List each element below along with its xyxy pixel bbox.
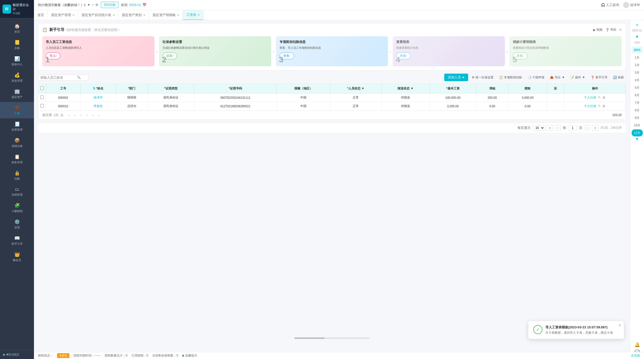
year-2023[interactable]: 2023 <box>632 46 643 54</box>
social-insurance-btn[interactable]: ⚙ 统一社保设置 <box>470 74 496 81</box>
sidebar-item-vip[interactable]: 👑 畅会员 <box>0 249 34 265</box>
special-deduction-btn[interactable]: 📋 专项附加扣除 <box>497 74 524 81</box>
close-tab-category-icon[interactable]: × <box>143 13 145 17</box>
row-2-delete-icon[interactable]: 🗑 <box>602 104 606 108</box>
row-2-checkbox[interactable] <box>40 104 44 108</box>
panel-icon-1[interactable]: 🔔 <box>634 342 640 347</box>
per-page-select[interactable]: 10 20 50 <box>533 125 545 131</box>
tab-fixed-assets[interactable]: 固定资产管理 × <box>48 10 78 20</box>
sidebar-item-closing[interactable]: 🔒 结账 <box>0 167 34 184</box>
tab-detail[interactable]: 固定资产明细账 × <box>149 10 183 20</box>
sidebar-item-settings[interactable]: ⚙️ 设置 <box>0 216 34 232</box>
guide-step-5-title: 税款计算明细表 <box>513 40 618 44</box>
account-dropdown-icon[interactable]: ▼ <box>87 3 90 7</box>
row-1-edit-icon[interactable]: ✎ <box>598 96 601 99</box>
month-3[interactable]: 3月 <box>632 69 643 76</box>
sidebar-item-archive[interactable]: 🗂 归档管理 <box>0 184 34 200</box>
refresh-btn[interactable]: 🔄 刷新 <box>611 74 626 81</box>
close-tab-salary-icon[interactable]: × <box>198 13 200 17</box>
close-tab-depreciation-icon[interactable]: × <box>113 13 115 17</box>
month-12-prev[interactable]: 12月 <box>632 39 643 46</box>
sidebar-item-salary[interactable]: 💼 工资 <box>0 102 34 118</box>
page-number-input[interactable] <box>568 125 577 130</box>
report-filter-icon[interactable]: ▼ <box>411 87 414 90</box>
cancel-fixed-btn[interactable]: ◀ ◀取消固定 <box>3 353 31 356</box>
sidebar-item-sales[interactable]: 📦 进销台账 <box>0 135 34 151</box>
header-settings-icon[interactable]: ⚙ <box>95 3 98 7</box>
first-page-btn[interactable]: « <box>547 125 553 131</box>
panel-down-arrow[interactable]: ▼ <box>635 136 640 142</box>
sidebar-item-tax[interactable]: 📋 税务管理 <box>0 151 34 167</box>
row-1-name-link[interactable]: 徐泽华 <box>94 96 103 99</box>
horizontal-scrollbar[interactable] <box>294 337 370 339</box>
row-2-name-link[interactable]: 李俊杰 <box>94 104 103 108</box>
guide-close-btn[interactable]: × <box>619 28 622 32</box>
search-input[interactable] <box>40 76 75 79</box>
sidebar-item-reports[interactable]: 📊 报表中心 <box>0 53 34 69</box>
toast-close-btn[interactable]: × <box>619 323 621 328</box>
guide-video-btn[interactable]: ▶ 视频 <box>593 28 602 32</box>
sidebar-item-home[interactable]: 🏠 首页 <box>0 20 34 37</box>
row-2-edit-icon[interactable]: ✎ <box>598 104 601 108</box>
tax-filing-btn[interactable]: 📑 个税申报 <box>526 74 546 81</box>
month-10[interactable]: 10月 <box>632 122 643 129</box>
export-btn[interactable]: 📤 导出 ▼ <box>548 74 567 81</box>
guide-header: 📋 新手引导 5步快速完成设置，快去完善信息吧～ ▶ 视频 ❓ 帮助 × <box>42 27 622 32</box>
month-11-active[interactable]: 11月 <box>632 129 643 136</box>
tab-salary[interactable]: 工资表 × <box>183 10 204 20</box>
sidebar-item-ledger[interactable]: 📒 总账 <box>0 37 34 53</box>
month-8[interactable]: 8月 <box>632 107 643 114</box>
month-2[interactable]: 2月 <box>632 62 643 69</box>
sort-icon: ⇅ <box>93 87 95 90</box>
col-status: *人员状态 ▼ <box>330 84 381 93</box>
tab-home[interactable]: 首页 <box>34 10 48 20</box>
next-page-btn[interactable]: › <box>584 125 590 131</box>
special-deduction-icon: 📋 <box>499 76 503 79</box>
sidebar-item-funds[interactable]: 💰 资金管理 <box>0 69 34 86</box>
operations-btn[interactable]: 📝 操作 ▼ <box>568 74 587 81</box>
select-all-checkbox[interactable] <box>40 86 44 90</box>
col-id-number: *证照号码 <box>194 84 276 93</box>
row-1-delete-icon[interactable]: 🗑 <box>602 96 606 99</box>
month-list: 12月 2023 1月 2月 3月 4月 5月 6月 7月 8月 9月 10月 … <box>630 39 644 136</box>
status-filter-icon[interactable]: ▼ <box>361 87 364 90</box>
col-checkbox <box>38 84 46 93</box>
month-6[interactable]: 6月 <box>632 92 643 99</box>
row-1-social-insurance-link[interactable]: 个人社保 <box>584 96 596 99</box>
new-guide-btn[interactable]: ❓ 新手引导 <box>589 74 610 81</box>
close-tab-fixed-assets-icon[interactable]: × <box>72 13 74 17</box>
guide-help-btn[interactable]: ❓ 帮助 <box>606 28 616 32</box>
search-icon[interactable]: 🔍 <box>77 76 81 79</box>
last-page-btn[interactable]: » <box>592 125 598 131</box>
sidebar-item-expense[interactable]: 🧩 小畅报销 <box>0 200 34 216</box>
month-7[interactable]: 7月 <box>632 99 643 106</box>
home-icon: 🏠 <box>14 23 20 29</box>
panel-up-arrow[interactable]: ▲ <box>635 33 640 39</box>
panel-expand-btn[interactable]: » <box>636 22 638 27</box>
calendar-icon[interactable]: 📅 <box>142 3 146 7</box>
month-1[interactable]: 1月 <box>632 54 643 61</box>
guide-step-1-desc: 人员信息及工资数据新增导入 <box>46 46 151 50</box>
add-person-btn[interactable]: 添加人员 ▼ <box>444 74 468 81</box>
sales-icon: 📦 <box>14 138 20 143</box>
prev-page-btn[interactable]: ‹ <box>555 125 561 131</box>
row-1-checkbox[interactable] <box>40 95 44 99</box>
tab-category[interactable]: 固定资产类别 × <box>118 10 149 20</box>
sidebar-item-assets[interactable]: 🏢 固定资产 <box>0 86 34 102</box>
switch-version-btn[interactable]: 切到旧版 <box>101 2 118 8</box>
scroll-thumb[interactable] <box>294 337 325 339</box>
sidebar-item-invoice[interactable]: 🧾 发票管理 <box>0 118 34 135</box>
add-account-btn[interactable]: + <box>92 3 94 7</box>
tab-depreciation[interactable]: 固定资产折旧统计表 × <box>78 10 118 20</box>
month-4[interactable]: 4月 <box>632 77 643 84</box>
month-9[interactable]: 9月 <box>632 114 643 121</box>
month-5[interactable]: 5月 <box>632 84 643 91</box>
user-info[interactable]: 徐泽华 <box>623 2 640 8</box>
close-tab-detail-icon[interactable]: × <box>177 13 179 17</box>
sidebar-item-guide[interactable]: 📖 新手引导 <box>0 232 34 249</box>
recharge-link[interactable]: 去充值 <box>631 353 640 358</box>
period-info: 账期 2023-11 📅 <box>121 3 147 7</box>
service-btn[interactable]: 🎧 人工咨询 <box>601 3 619 7</box>
row-2-social-insurance-link[interactable]: 个人社保 <box>584 104 596 108</box>
footer-dash-3: -- <box>80 113 82 117</box>
